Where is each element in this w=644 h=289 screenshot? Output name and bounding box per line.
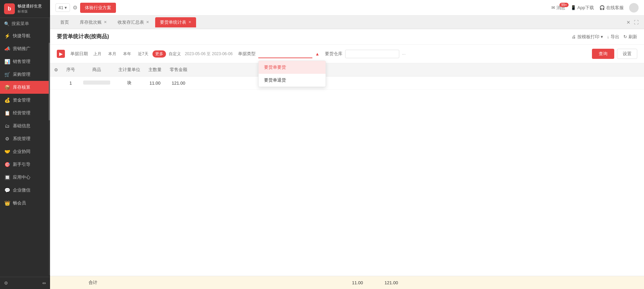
date-custom-btn[interactable]: 自定义 [169,51,181,57]
sidebar-item-quick-nav[interactable]: ⚡ 快捷导航 [0,29,50,42]
user-avatar[interactable] [629,3,639,13]
app-download-item[interactable]: 📱 App下载 [571,5,594,11]
search-menu[interactable]: 🔍 搜索菜单 [0,18,50,29]
sidebar-item-label: 库存核算 [13,84,30,90]
sidebar-item-label: 企业协同 [13,149,30,155]
tab-order-summary[interactable]: 要货单统计表 ✕ [155,17,196,27]
sidebar-item-label: 营销推广 [13,46,30,52]
page-header-actions: 🖨 按模板打印 ▾ ↓ 导出 ↻ 刷新 [572,34,638,40]
company-selector[interactable]: 41 ▾ [55,3,70,12]
page-title: 要货单统计表(按商品) [57,33,109,40]
tab-receive-summary[interactable]: 收发存汇总表 ✕ [113,17,154,27]
export-icon: ↓ [607,34,610,39]
sidebar-item-sales[interactable]: 📊 销售管理 [0,55,50,68]
logo-icon: b [4,3,15,14]
footer-quantity: 11.00 [344,280,371,285]
search-icon: 🔍 [4,21,9,26]
data-table: ⚙ 序号 商品 主计量单位 主数量 零售金额 1 [50,63,644,90]
tabbar: 首页 库存批次账 ✕ 收发存汇总表 ✕ 要货单统计表 ✕ ✕ ⛶ [50,16,644,29]
sidebar-item-wechat[interactable]: 💬 企业微信 [0,184,50,197]
date-btn-7days[interactable]: 近7天 [135,50,151,58]
footer-amount: 121.00 [378,280,405,285]
main-area: 41 ▾ ⚙ 体验行业方案 ✉ 消息 99+ 📱 App下载 🎧 在线客服 [50,0,644,289]
warehouse-filter-dots[interactable]: ··· [402,51,406,57]
sidebar-item-marketing[interactable]: 📣 营销推广 [0,42,50,55]
query-button[interactable]: 查询 [592,49,614,59]
base-icon: 🗂 [4,123,10,129]
sidebar-item-finance[interactable]: 💰 资金管理 [0,94,50,107]
page-header: 要货单统计表(按商品) 🖨 按模板打印 ▾ ↓ 导出 ↻ 刷新 [50,29,644,45]
export-button[interactable]: ↓ 导出 [607,34,620,40]
dropdown-item-0[interactable]: 要货单要货 [259,61,326,74]
settings-icon[interactable]: ⚙ [4,281,8,286]
sidebar-item-label: 销售管理 [13,59,30,65]
tab-inventory-batch-close[interactable]: ✕ [104,20,107,24]
table-header-row: ⚙ 序号 商品 主计量单位 主数量 零售金额 [50,63,644,76]
sidebar-item-member[interactable]: 👑 畅会员 [0,197,50,209]
headset-icon: 🎧 [599,5,605,10]
logo-sub: 标准版 [18,9,42,14]
filter-expand-button[interactable]: ▶ [57,50,65,58]
refresh-button[interactable]: ↻ 刷新 [623,34,637,40]
print-chevron-icon: ▾ [601,34,603,39]
sidebar-toggle-icon[interactable]: ⇔ [42,281,46,286]
sidebar-item-base[interactable]: 🗂 基础信息 [0,119,50,132]
guide-icon: 🎯 [4,162,10,167]
sidebar-item-purchase[interactable]: 🛒 采购管理 [0,68,50,81]
type-filter-group: 单据类型 ▲ 要货单要货 要货单退货 [238,50,319,58]
tab-receive-summary-label: 收发存汇总表 [118,19,144,25]
tab-receive-summary-close[interactable]: ✕ [146,20,149,24]
date-btn-more[interactable]: 更多 [152,50,166,58]
print-button[interactable]: 🖨 按模板打印 ▾ [572,34,603,40]
table-container: ⚙ 序号 商品 主计量单位 主数量 零售金额 1 [50,63,644,276]
dropdown-item-1[interactable]: 要货单退货 [259,74,326,87]
settings-button[interactable]: 设置 [617,49,637,59]
topbar-gear-icon[interactable]: ⚙ [73,4,77,11]
sidebar-item-label: 应用中心 [13,174,30,180]
row-no-cell: 1 [62,76,79,90]
date-buttons: 上月 本月 本年 近7天 更多 [91,50,166,58]
footer-label: 合计 [89,280,109,286]
sidebar-item-label: 新手引导 [13,161,30,168]
marketing-icon: 📣 [4,46,10,51]
app-center-icon: 🔲 [4,175,10,180]
sidebar-item-system[interactable]: ⚙ 系统管理 [0,132,50,145]
window-close-btn[interactable]: ✕ [626,20,630,25]
type-filter-label: 单据类型 [238,51,256,57]
tab-order-summary-label: 要货单统计表 [160,19,186,25]
sidebar-item-app-center[interactable]: 🔲 应用中心 [0,171,50,184]
type-filter-input[interactable] [258,50,312,58]
sales-icon: 📊 [4,59,10,64]
sidebar-item-business[interactable]: 📋 经营管理 [0,107,50,119]
tab-order-summary-close[interactable]: ✕ [188,20,191,24]
filter-actions: 查询 设置 [592,49,637,59]
type-filter-arrow[interactable]: ▲ [315,51,319,57]
sidebar-item-inventory[interactable]: 📦 库存核算 [0,81,50,94]
sidebar-item-guide[interactable]: 🎯 新手引导 [0,158,50,171]
refresh-label: 刷新 [628,34,637,40]
tab-home[interactable]: 首页 [55,17,74,27]
window-maximize-btn[interactable]: ⛶ [634,20,639,25]
finance-icon: 💰 [4,97,10,103]
col-unit: 主计量单位 [114,63,144,76]
date-filter-label: 单据日期 [70,51,88,57]
col-goods: 商品 [79,63,114,76]
export-label: 导出 [611,34,619,40]
date-btn-this-year[interactable]: 本年 [120,50,134,58]
wechat-icon: 💬 [4,187,10,193]
messages-item[interactable]: ✉ 消息 99+ [551,5,565,11]
online-service-item[interactable]: 🎧 在线客服 [599,5,624,11]
online-service-label: 在线客服 [606,5,624,11]
trial-button[interactable]: 体验行业方案 [80,3,116,13]
col-settings[interactable]: ⚙ [50,63,62,76]
sidebar-item-label: 资金管理 [13,97,30,103]
sidebar-item-label: 基础信息 [13,123,30,129]
date-btn-last-month[interactable]: 上月 [91,50,104,58]
tab-inventory-batch[interactable]: 库存批次账 ✕ [75,17,112,27]
warehouse-filter-input[interactable] [345,50,399,58]
sidebar-item-enterprise[interactable]: 🤝 企业协同 [0,145,50,158]
date-filter-group: 单据日期 上月 本月 本年 近7天 更多 自定义 2023-05-06 至 20… [70,50,233,58]
logo: b 畅捷通好生意 标准版 [0,0,50,18]
logo-text: 畅捷通好生意 [18,4,42,9]
date-btn-this-month[interactable]: 本月 [105,50,119,58]
